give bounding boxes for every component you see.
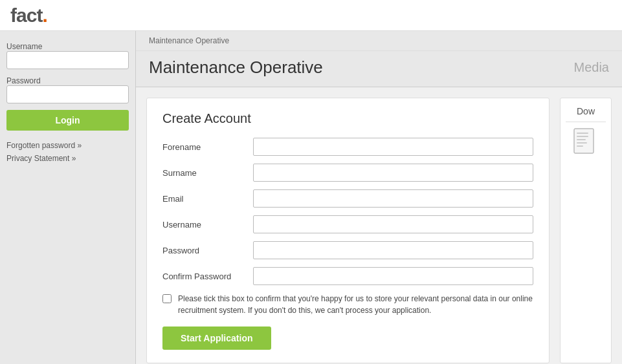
consent-text: Please tick this box to confirm that you… [178, 293, 533, 316]
layout: Username Password Login Forgotten passwo… [0, 31, 622, 364]
login-button[interactable]: Login [6, 110, 129, 131]
surname-label: Surname [162, 168, 253, 178]
svg-rect-3 [577, 139, 586, 140]
start-application-button[interactable]: Start Application [162, 327, 271, 350]
right-panel: Dow [560, 98, 612, 363]
page-header: Maintenance Operative Media [136, 51, 622, 87]
username-field-input[interactable] [253, 215, 533, 233]
confirm-password-input[interactable] [253, 267, 533, 285]
right-panel-divider [566, 122, 606, 122]
username-row: Username [162, 215, 533, 233]
logo-text: fact. [10, 5, 47, 27]
svg-rect-0 [574, 129, 594, 153]
password-field-input[interactable] [253, 241, 533, 259]
main-content: Maintenance Operative Maintenance Operat… [136, 31, 622, 364]
sidebar: Username Password Login Forgotten passwo… [0, 31, 136, 364]
header: fact. [0, 0, 622, 31]
consent-checkbox[interactable] [162, 294, 172, 303]
password-row: Password [162, 241, 533, 259]
username-label: Username [6, 42, 42, 51]
svg-rect-4 [577, 142, 587, 144]
forename-input[interactable] [253, 138, 533, 156]
media-label: Media [574, 60, 609, 75]
svg-rect-1 [577, 133, 588, 134]
content-area: Create Account Forename Surname Email [136, 87, 622, 364]
consent-row: Please tick this box to confirm that you… [162, 293, 533, 316]
forename-label: Forename [162, 142, 253, 152]
password-label: Password [6, 76, 41, 85]
forgotten-password-link[interactable]: Forgotten password » [6, 141, 129, 150]
email-input[interactable] [253, 189, 533, 208]
breadcrumb-text: Maintenance Operative [149, 36, 229, 45]
svg-rect-2 [577, 136, 588, 137]
password-field-label: Password [162, 246, 253, 255]
password-input[interactable] [6, 85, 129, 103]
confirm-password-label: Confirm Password [162, 272, 253, 281]
card-title: Create Account [162, 111, 533, 126]
privacy-statement-link[interactable]: Privacy Statement » [6, 154, 129, 163]
confirm-password-row: Confirm Password [162, 267, 533, 285]
svg-rect-5 [577, 145, 583, 147]
surname-input[interactable] [253, 164, 533, 182]
right-panel-title: Dow [577, 106, 595, 116]
username-field-label: Username [162, 220, 253, 230]
surname-row: Surname [162, 164, 533, 182]
document-icon [573, 127, 599, 164]
forename-row: Forename [162, 138, 533, 156]
create-account-card: Create Account Forename Surname Email [146, 98, 550, 363]
username-input[interactable] [6, 51, 129, 69]
email-label: Email [162, 194, 253, 204]
breadcrumb: Maintenance Operative [136, 31, 622, 51]
page-title: Maintenance Operative [149, 58, 323, 78]
logo: fact. [10, 5, 47, 27]
email-row: Email [162, 189, 533, 208]
